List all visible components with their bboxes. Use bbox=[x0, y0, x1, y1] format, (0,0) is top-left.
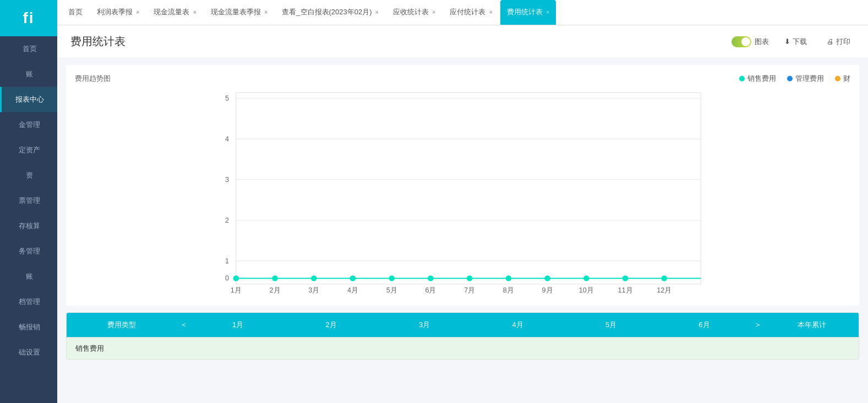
svg-text:5月: 5月 bbox=[386, 286, 397, 294]
sidebar-item-account[interactable]: 账 bbox=[0, 62, 57, 87]
svg-point-21 bbox=[544, 275, 550, 281]
expense-table: 费用类型 ＜ 1月 2月 3月 4月 5月 6月 ＞ 本年累计 销售费用 bbox=[66, 312, 859, 360]
svg-point-22 bbox=[583, 275, 589, 281]
table-header: 费用类型 ＜ 1月 2月 3月 4月 5月 6月 ＞ 本年累计 bbox=[67, 313, 859, 337]
tab-bar: 首页 利润表季报 × 现金流量表 × 现金流量表季报 × 查看_空白报表(202… bbox=[57, 0, 868, 25]
legend-finance-dot bbox=[835, 76, 840, 81]
legend-sales-label: 销售费用 bbox=[747, 74, 776, 84]
svg-point-20 bbox=[506, 275, 512, 281]
tab-blank-report-close[interactable]: × bbox=[375, 9, 379, 15]
svg-rect-12 bbox=[236, 92, 701, 284]
sidebar-item-ticket[interactable]: 票管理 bbox=[0, 188, 57, 213]
table-row: 销售费用 bbox=[67, 337, 859, 359]
svg-text:8月: 8月 bbox=[503, 286, 514, 294]
th-m6: 6月 bbox=[658, 320, 751, 330]
sidebar: fi 首页 账 报表中心 金管理 定资产 资 票管理 存核算 务管理 账 档管理… bbox=[0, 0, 57, 403]
chart-toggle-label: 图表 bbox=[755, 37, 769, 47]
legend-management-dot bbox=[787, 76, 793, 81]
svg-point-18 bbox=[428, 275, 434, 281]
svg-text:7月: 7月 bbox=[464, 286, 475, 294]
th-type: 费用类型 bbox=[67, 320, 177, 330]
svg-text:2: 2 bbox=[225, 217, 229, 224]
tab-expense-close[interactable]: × bbox=[546, 9, 549, 15]
th-ytd: 本年累计 bbox=[765, 320, 859, 330]
download-button[interactable]: ⬇ 下载 bbox=[780, 35, 811, 49]
svg-point-24 bbox=[662, 275, 668, 281]
tab-cashflow-quarter[interactable]: 现金流量表季报 × bbox=[204, 0, 274, 25]
svg-point-13 bbox=[233, 275, 239, 281]
svg-point-19 bbox=[467, 275, 473, 281]
th-m2: 2月 bbox=[285, 320, 378, 330]
svg-text:6月: 6月 bbox=[425, 286, 436, 294]
sidebar-item-sales[interactable]: 畅报销 bbox=[0, 314, 57, 340]
legend-sales-dot bbox=[739, 76, 745, 81]
th-m3: 3月 bbox=[378, 320, 471, 330]
chart-container: 5 4 3 2 1 0 bbox=[75, 88, 850, 297]
th-m5: 5月 bbox=[564, 320, 658, 330]
tab-home[interactable]: 首页 bbox=[62, 0, 89, 25]
sidebar-item-report-center[interactable]: 报表中心 bbox=[0, 87, 57, 112]
tab-blank-report[interactable]: 查看_空白报表(2023年02月) × bbox=[275, 0, 385, 25]
tab-profit[interactable]: 利润表季报 × bbox=[90, 0, 146, 25]
svg-point-14 bbox=[272, 275, 278, 281]
header-actions: 图表 ⬇ 下载 🖨 打印 bbox=[731, 35, 855, 49]
tab-cashflow-quarter-close[interactable]: × bbox=[264, 9, 268, 15]
legend-finance: 财 bbox=[835, 74, 850, 84]
tab-payable-close[interactable]: × bbox=[489, 9, 492, 15]
legend-sales: 销售费用 bbox=[739, 74, 776, 84]
svg-text:10月: 10月 bbox=[579, 286, 594, 294]
th-m4: 4月 bbox=[471, 320, 565, 330]
tab-receivable[interactable]: 应收统计表 × bbox=[386, 0, 442, 25]
tab-profit-close[interactable]: × bbox=[136, 9, 139, 15]
chart-section: 费用趋势图 销售费用 管理费用 财 bbox=[66, 65, 859, 306]
svg-text:0: 0 bbox=[225, 274, 229, 282]
legend-management-label: 管理费用 bbox=[795, 74, 824, 84]
tab-payable[interactable]: 应付统计表 × bbox=[443, 0, 499, 25]
svg-text:1: 1 bbox=[225, 257, 229, 265]
svg-text:11月: 11月 bbox=[618, 286, 633, 294]
sidebar-item-archive[interactable]: 档管理 bbox=[0, 289, 57, 314]
svg-text:1月: 1月 bbox=[231, 286, 242, 294]
td-type: 销售费用 bbox=[67, 344, 162, 354]
print-icon: 🖨 bbox=[827, 37, 834, 46]
svg-text:3: 3 bbox=[225, 176, 229, 184]
chart-title: 费用趋势图 bbox=[75, 74, 111, 84]
print-button[interactable]: 🖨 打印 bbox=[822, 35, 855, 49]
sidebar-logo: fi bbox=[0, 0, 57, 36]
page-header: 费用统计表 图表 ⬇ 下载 🖨 打印 bbox=[57, 25, 868, 58]
sidebar-item-investment[interactable]: 资 bbox=[0, 163, 57, 188]
tab-cashflow[interactable]: 现金流量表 × bbox=[147, 0, 203, 25]
svg-text:12月: 12月 bbox=[657, 286, 672, 294]
svg-text:5: 5 bbox=[225, 95, 229, 102]
svg-point-23 bbox=[623, 275, 629, 281]
svg-text:4: 4 bbox=[225, 135, 229, 143]
legend-finance-label: 财 bbox=[843, 74, 850, 84]
sidebar-item-inventory[interactable]: 存核算 bbox=[0, 213, 57, 239]
svg-text:3月: 3月 bbox=[308, 286, 319, 294]
sidebar-item-business[interactable]: 务管理 bbox=[0, 239, 57, 264]
svg-text:4月: 4月 bbox=[347, 286, 358, 294]
prev-arrow[interactable]: ＜ bbox=[177, 320, 191, 330]
sidebar-item-fixed-assets[interactable]: 定资产 bbox=[0, 137, 57, 163]
page-content: 费用统计表 图表 ⬇ 下载 🖨 打印 费用趋势图 bbox=[57, 25, 868, 403]
chart-toggle-wrap: 图表 bbox=[731, 36, 769, 47]
sidebar-item-settings[interactable]: 础设置 bbox=[0, 340, 57, 365]
download-icon: ⬇ bbox=[784, 37, 790, 46]
svg-point-16 bbox=[350, 275, 356, 281]
sidebar-item-ledger[interactable]: 账 bbox=[0, 264, 57, 289]
chart-toggle[interactable] bbox=[731, 36, 751, 47]
sidebar-item-fund[interactable]: 金管理 bbox=[0, 112, 57, 137]
svg-text:9月: 9月 bbox=[542, 286, 553, 294]
page-title: 费用统计表 bbox=[70, 34, 125, 49]
tab-receivable-close[interactable]: × bbox=[432, 9, 435, 15]
tab-cashflow-close[interactable]: × bbox=[193, 9, 196, 15]
legend-management: 管理费用 bbox=[787, 74, 824, 84]
svg-point-15 bbox=[311, 275, 317, 281]
line-chart: 5 4 3 2 1 0 bbox=[75, 88, 850, 297]
th-m1: 1月 bbox=[191, 320, 285, 330]
next-arrow[interactable]: ＞ bbox=[751, 320, 765, 330]
tab-expense[interactable]: 费用统计表 × bbox=[500, 0, 556, 25]
main-panel: 首页 利润表季报 × 现金流量表 × 现金流量表季报 × 查看_空白报表(202… bbox=[57, 0, 868, 403]
svg-text:2月: 2月 bbox=[270, 286, 281, 294]
sidebar-item-home[interactable]: 首页 bbox=[0, 36, 57, 62]
